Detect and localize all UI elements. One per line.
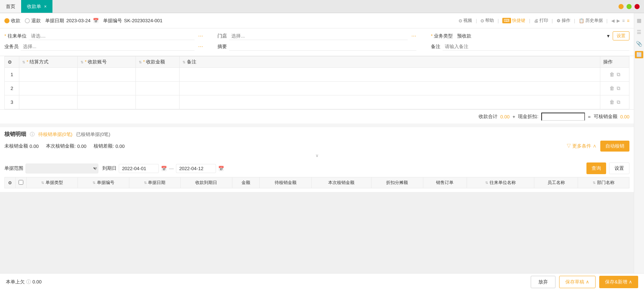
tab-receipt[interactable]: 收款单 × bbox=[21, 0, 52, 13]
settle-cell-1[interactable] bbox=[19, 68, 78, 82]
settle-cell-3[interactable] bbox=[19, 95, 78, 109]
salesperson-more-icon[interactable]: ··· bbox=[198, 43, 203, 50]
counterpart-label: * 往来单位 bbox=[4, 33, 27, 39]
radio-refund[interactable]: 退款 bbox=[25, 17, 41, 24]
col-checkbox bbox=[16, 177, 27, 188]
biz-type-label: * 业务类型 bbox=[431, 33, 453, 39]
tab-close-icon[interactable]: × bbox=[44, 4, 47, 9]
store-field: 门店 ··· bbox=[217, 32, 416, 40]
minimize-button[interactable] bbox=[619, 4, 624, 9]
calendar-to-icon[interactable]: 📅 bbox=[218, 166, 224, 171]
shortcut-icon: ⌨ bbox=[502, 18, 511, 23]
store-input[interactable] bbox=[229, 32, 408, 40]
amount-cell-3[interactable] bbox=[136, 95, 180, 109]
calendar-from-icon[interactable]: 📅 bbox=[161, 166, 167, 171]
remark-cell-3[interactable] bbox=[180, 95, 600, 109]
print-btn[interactable]: 🖨 打印 bbox=[534, 17, 548, 24]
save-new-button[interactable]: 保存&新增 ∧ bbox=[599, 276, 638, 288]
video-btn[interactable]: ⊙ 视频 bbox=[459, 17, 472, 24]
store-more-icon[interactable]: ··· bbox=[411, 33, 416, 39]
discount-input[interactable] bbox=[541, 113, 585, 121]
close-button[interactable] bbox=[635, 4, 640, 9]
operation-btn[interactable]: ⚙ 操作 bbox=[557, 17, 570, 24]
settings-icon bbox=[8, 59, 12, 65]
history-btn[interactable]: 📋 历史单据 bbox=[579, 17, 603, 24]
auto-btn[interactable]: 自动核销 bbox=[600, 141, 629, 152]
voucher-range-select[interactable] bbox=[25, 164, 98, 173]
due-date-to-input[interactable] bbox=[176, 164, 216, 173]
filter-icon: ▽ bbox=[566, 143, 571, 149]
copy-icon-3[interactable]: ⧉ bbox=[617, 99, 620, 105]
setting-button[interactable]: 设置 bbox=[609, 162, 629, 174]
panel-icon-list[interactable]: ☰ bbox=[635, 28, 643, 36]
amount-cell-2[interactable] bbox=[136, 82, 180, 95]
col-settings-hexiao[interactable] bbox=[5, 177, 16, 188]
shortcut-btn[interactable]: ⌨ 快捷键 bbox=[502, 17, 525, 24]
nav-left-icon[interactable]: ◀ bbox=[611, 18, 614, 23]
col-settings[interactable] bbox=[5, 56, 19, 68]
chevron-up-icon: ∧ bbox=[593, 143, 597, 149]
tab-bar: 首页 收款单 × bbox=[0, 0, 644, 13]
hexiao-table: ⇅ 单据类型 ⇅ 单据编号 ⇅ 单据日期 收款到期日 bbox=[4, 177, 629, 188]
account-cell-2[interactable] bbox=[78, 82, 136, 95]
copy-icon-2[interactable]: ⧉ bbox=[617, 85, 620, 91]
more-conditions-btn[interactable]: ▽ 更多条件 ∧ bbox=[566, 141, 597, 152]
tab-pending[interactable]: 待核销单据(0笔) bbox=[38, 131, 72, 138]
footer-buttons: 放弃 保存草稿 ∧ 保存&新增 ∧ bbox=[531, 276, 638, 288]
delete-icon-3[interactable]: 🗑 bbox=[609, 99, 614, 105]
delete-icon-1[interactable]: 🗑 bbox=[609, 71, 614, 78]
receipt-table: ⇅ * 结算方式 ⇅ * 收款账号 ⇅ * 收款金额 bbox=[4, 56, 629, 109]
query-button[interactable]: 查询 bbox=[586, 162, 606, 174]
tab-done[interactable]: 已核销单据(0笔) bbox=[76, 131, 110, 138]
settle-cell-2[interactable] bbox=[19, 82, 78, 95]
panel-icon-expand[interactable]: ⬜ bbox=[635, 51, 643, 58]
radio-receipt[interactable]: 收款 bbox=[4, 17, 20, 24]
discount-label: 现金折扣: bbox=[518, 113, 538, 120]
summary-label: 摘要 bbox=[217, 43, 227, 50]
panel-icon-attach[interactable]: 📎 bbox=[635, 39, 644, 48]
form-row-1: * 往来单位 ··· 门店 ··· * 业务类型 预收款 ▼ 设置 bbox=[4, 31, 629, 40]
nav-right-icon[interactable]: ▶ bbox=[617, 18, 620, 23]
remark-cell-2[interactable] bbox=[180, 82, 600, 95]
col-pending-header: 待核销金额 bbox=[260, 177, 311, 188]
section-divider bbox=[0, 124, 634, 127]
operation-label: 操作 bbox=[562, 17, 570, 24]
window-controls bbox=[619, 4, 644, 9]
delete-icon-2[interactable]: 🗑 bbox=[609, 85, 614, 91]
counterpart-input[interactable] bbox=[29, 32, 195, 40]
account-cell-1[interactable] bbox=[78, 68, 136, 82]
save-draft-button[interactable]: 保存草稿 ∧ bbox=[559, 276, 596, 288]
operation-icon: ⚙ bbox=[557, 18, 561, 23]
due-date-from-input[interactable] bbox=[119, 164, 159, 173]
account-cell-3[interactable] bbox=[78, 95, 136, 109]
remark-cell-1[interactable] bbox=[180, 68, 600, 82]
summary-input[interactable] bbox=[229, 43, 416, 51]
biz-type-dropdown-icon[interactable]: ▼ bbox=[606, 34, 610, 39]
panel-icon-table[interactable]: ▦ bbox=[635, 16, 643, 25]
salesperson-input[interactable] bbox=[21, 43, 195, 51]
collapse-icon[interactable]: ∨ bbox=[315, 153, 319, 158]
counterpart-more-icon[interactable]: ··· bbox=[198, 33, 203, 39]
remark-input[interactable] bbox=[443, 43, 629, 51]
footer: 本单上欠 ⓘ 0.00 放弃 保存草稿 ∧ 保存&新增 ∧ bbox=[0, 273, 644, 290]
table-row: 2 🗑 ⧉ bbox=[5, 82, 629, 95]
col-amount-header: 金额 bbox=[232, 177, 260, 188]
form-row-2: 业务员 ··· 摘要 备注 bbox=[4, 43, 629, 51]
radio-dot-refund bbox=[25, 18, 30, 23]
calendar-icon[interactable]: 📅 bbox=[93, 18, 99, 23]
abandon-button[interactable]: 放弃 bbox=[531, 276, 555, 288]
select-all-checkbox[interactable] bbox=[19, 180, 23, 185]
amount-cell-1[interactable] bbox=[136, 68, 180, 82]
save-new-arrow-icon: ∧ bbox=[629, 279, 632, 285]
help-btn[interactable]: ⊙ 帮助 bbox=[480, 17, 494, 24]
maximize-button[interactable] bbox=[627, 4, 632, 9]
hexiao-section: 核销明细 ⓘ 待核销单据(0笔) 已核销单据(0笔) 未核销金额 0.00 本次… bbox=[0, 127, 634, 192]
unverified-amount: 未核销金额 0.00 bbox=[4, 143, 39, 149]
copy-icon-1[interactable]: ⧉ bbox=[617, 71, 620, 78]
verifiable-label: 可核销金额 bbox=[594, 113, 617, 120]
tab-home[interactable]: 首页 bbox=[0, 0, 21, 13]
counterpart-field: * 往来单位 ··· bbox=[4, 32, 203, 40]
settings-button[interactable]: 设置 bbox=[613, 31, 629, 40]
radio-refund-label: 退款 bbox=[31, 17, 41, 24]
right-panel: ▦ ☰ 📎 ⬜ bbox=[634, 13, 644, 273]
